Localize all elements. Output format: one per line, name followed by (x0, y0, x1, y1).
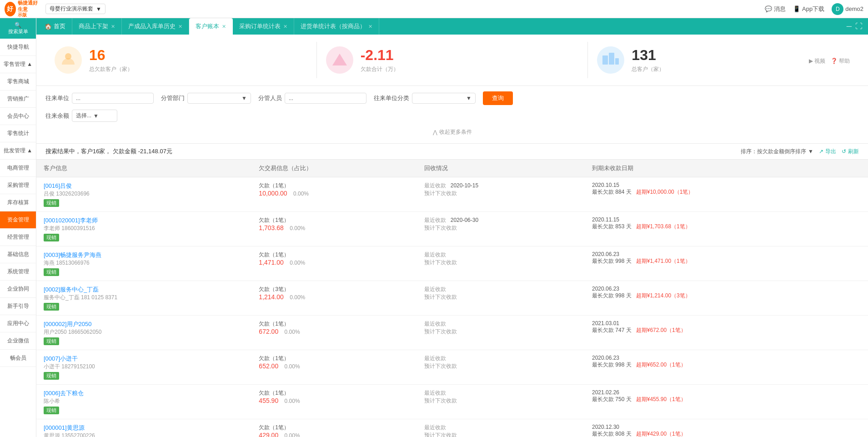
table-row[interactable]: [0007]小迸干 小迸干 18279152100 现销 欠款（1笔） 652.… (36, 350, 868, 385)
tab-close-icon[interactable]: ✕ (111, 24, 115, 30)
tab-close-icon[interactable]: ✕ (178, 24, 182, 30)
sidebar-item-new-guide[interactable]: 新手引导 (0, 298, 36, 315)
table-row[interactable]: [0016]吕俊 吕俊 13026203696 现销 欠款（1笔） 10,000… (36, 177, 868, 212)
overdue-amount-link[interactable]: 超期¥1,703.68（1笔） (636, 223, 691, 230)
recent-pay-label: 最近收款 (424, 355, 446, 362)
sidebar-item-vip[interactable]: 畅会员 (0, 350, 36, 367)
sidebar-item-retail-stats[interactable]: 零售统计 (0, 125, 36, 142)
sidebar-item-sys-mgmt[interactable]: 系统管理 (0, 263, 36, 281)
sidebar-item-quick-nav[interactable]: 快捷导航 (0, 39, 36, 56)
sidebar-item-purchase-mgmt[interactable]: 采购管理 (0, 177, 36, 194)
table-row[interactable]: [0003]畅捷服务尹海燕 海燕 18513066976 现销 欠款（1笔） 1… (36, 246, 868, 281)
table-row[interactable]: [0001020001]李老师 李老师 18600391516 现销 欠款（1笔… (36, 212, 868, 246)
sidebar-item-enterprise[interactable]: 企业协同 (0, 281, 36, 298)
store-selector[interactable]: 母婴行业演示账套 ▼ (45, 4, 105, 14)
video-btn[interactable]: ▶ 视频 (809, 57, 825, 65)
customer-name-link[interactable]: [0006]去下粮仓 (44, 389, 244, 397)
debt-amount[interactable]: 10,000.00 (259, 190, 287, 197)
debt-amount[interactable]: 672.00 (259, 328, 278, 335)
debt-amount-row: 652.00 0.00% (259, 362, 409, 370)
debt-amount[interactable]: 1,214.00 (259, 293, 284, 301)
sidebar-item-batch-mgmt[interactable]: 批发管理 ▲ (0, 142, 36, 160)
customer-name-link[interactable]: [0002]服务中心_丁磊 (44, 286, 244, 294)
stat-icon-debtors (55, 46, 82, 74)
sort-btn[interactable]: 排序：按欠款金额倒序排序 ▼ (741, 148, 813, 156)
sidebar-item-finance[interactable]: 资金管理 (0, 211, 36, 229)
query-button[interactable]: 查询 (483, 91, 513, 105)
overdue-info-row: 最长欠款 808 天 超期¥429.00（1笔） (592, 430, 861, 437)
table-row[interactable]: [0002]服务中心_丁磊 服务中心_丁磊 181 0125 8371 现销 欠… (36, 281, 868, 316)
tab-production[interactable]: 产成品入库单历史 ✕ (122, 18, 189, 35)
unit-category-select[interactable]: ▼ (412, 93, 476, 104)
sidebar-item-ecom-mgmt[interactable]: 电商管理 (0, 160, 36, 177)
overdue-amount-link[interactable]: 超期¥10,000.00（1笔） (636, 189, 694, 195)
customer-phone: 小迸干 18279152100 (44, 363, 244, 371)
dept-select[interactable]: ▼ (187, 93, 251, 104)
tab-minimize-btn[interactable]: ─ (847, 22, 852, 30)
customer-name-link[interactable]: [000001]黄思源 (44, 424, 244, 432)
tab-close-icon[interactable]: ✕ (283, 24, 287, 30)
balance-select[interactable]: 选择... ▼ (72, 110, 117, 122)
filter-row-1: 往来单位 ... 分管部门 ▼ 分管人员 ... 往来单位分类 (45, 91, 859, 105)
sidebar-item-wechat[interactable]: 企业微信 (0, 332, 36, 350)
customer-name-link[interactable]: [000002]用户2050 (44, 320, 244, 328)
customer-name-link[interactable]: [0007]小迸干 (44, 355, 244, 363)
tab-home[interactable]: 🏠 首页 (38, 18, 72, 35)
sidebar-item-members[interactable]: 会员中心 (0, 108, 36, 125)
sidebar-label: 库存核算 (7, 199, 29, 206)
sidebar-item-marketing[interactable]: 营销推广 (0, 90, 36, 108)
overdue-amount-link[interactable]: 超期¥455.90（1笔） (636, 396, 686, 402)
overdue-amount-link[interactable]: 超期¥1,214.00（3笔） (636, 292, 691, 299)
tab-close-icon[interactable]: ✕ (368, 24, 372, 30)
collapse-btn[interactable]: ⋀ 收起更多条件 (45, 126, 859, 138)
user-btn[interactable]: D demo2 (832, 3, 863, 15)
table-row[interactable]: [000001]黄思源 黄思源 13552700226 现销 欠款（1笔） 42… (36, 419, 868, 437)
customer-name-link[interactable]: [0003]畅捷服务尹海燕 (44, 251, 244, 259)
sidebar-item-basic-info[interactable]: 基础信息 (0, 246, 36, 263)
sidebar-item-retail-mall[interactable]: 零售商城 (0, 73, 36, 90)
overdue-amount-link[interactable]: 超期¥652.00（1笔） (636, 362, 686, 368)
message-btn[interactable]: 💬 消息 (765, 5, 786, 13)
sidebar-label: 电商管理 (7, 165, 29, 171)
export-btn[interactable]: ↗ 导出 (819, 148, 836, 156)
overdue-amount-link[interactable]: 超期¥429.00（1笔） (636, 431, 686, 437)
table-row[interactable]: [0006]去下粮仓 陈小希 现销 欠款（1笔） 455.90 0.00% 最近… (36, 385, 868, 419)
refresh-icon: ↺ (842, 148, 846, 155)
overdue-amount-link[interactable]: 超期¥1,471.00（1笔） (636, 258, 691, 264)
debt-amount[interactable]: 1,703.68 (259, 224, 284, 231)
app-icon: 📱 (793, 5, 800, 12)
sidebar-item-app-center[interactable]: 应用中心 (0, 315, 36, 332)
table-row[interactable]: [000002]用户2050 用户2050 18665062050 现销 欠款（… (36, 316, 868, 350)
help-btn[interactable]: ❓ 帮助 (831, 57, 850, 65)
manager-dots: ... (289, 95, 293, 101)
cell-customer-info: [0016]吕俊 吕俊 13026203696 现销 (36, 177, 251, 212)
customer-tag: 现销 (44, 303, 59, 311)
customer-name-link[interactable]: [0001020001]李老师 (44, 216, 244, 225)
sort-icon: ▼ (808, 148, 813, 155)
col-customer-info: 客户信息 (36, 160, 251, 177)
source-unit-input[interactable]: ... (72, 93, 154, 104)
manager-input[interactable]: ... (285, 93, 366, 104)
debt-amount[interactable]: 652.00 (259, 362, 278, 370)
tab-purchase-stat[interactable]: 进货单统计表（按商品） ✕ (294, 18, 379, 35)
debt-amount[interactable]: 429.00 (259, 432, 278, 437)
sidebar-item-ops-mgmt[interactable]: 经营管理 (0, 229, 36, 246)
customer-name-link[interactable]: [0016]吕俊 (44, 182, 244, 190)
sidebar-item-retail-mgmt[interactable]: 零售管理 ▲ (0, 56, 36, 73)
tab-maximize-btn[interactable]: ⛶ (855, 22, 863, 30)
debt-ratio: 0.00% (285, 363, 300, 370)
overdue-amount-link[interactable]: 超期¥672.00（1笔） (636, 327, 686, 333)
tab-close-icon[interactable]: ✕ (222, 24, 226, 30)
app-download-btn[interactable]: 📱 App下载 (793, 5, 824, 13)
sidebar-item-inventory[interactable]: 库存核算 (0, 194, 36, 211)
customer-tag: 现销 (44, 372, 59, 380)
search-menu-btn[interactable]: 🔍 搜索菜单 (0, 18, 36, 39)
debt-amount[interactable]: 455.90 (259, 397, 278, 404)
tab-purchase-order[interactable]: 采购订单统计表 ✕ (233, 18, 294, 35)
debt-amount[interactable]: 1,471.00 (259, 259, 284, 266)
refresh-btn[interactable]: ↺ 刷新 (842, 148, 859, 156)
cell-debt-info: 欠款（3笔） 1,214.00 0.00% (251, 281, 416, 316)
debt-amount-row: 429.00 0.00% (259, 432, 409, 437)
tab-customer-account[interactable]: 客户账本 ✕ (189, 18, 233, 35)
tab-products[interactable]: 商品上下架 ✕ (72, 18, 122, 35)
